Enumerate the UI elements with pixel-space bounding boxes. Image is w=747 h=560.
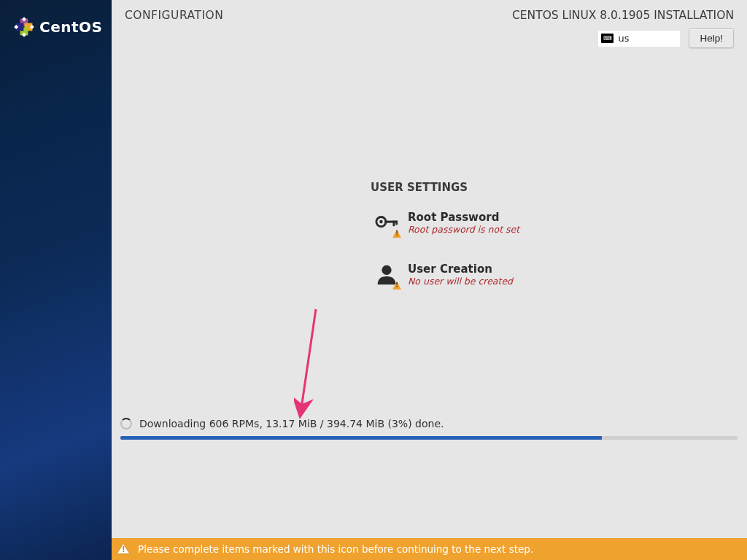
- page-title: CONFIGURATION: [125, 9, 223, 48]
- key-icon: [374, 211, 399, 236]
- spoke-user-title: User Creation: [408, 262, 513, 276]
- user-icon: [374, 262, 399, 287]
- centos-logo: CentOS: [13, 16, 102, 38]
- warning-bar: Please complete items marked with this i…: [112, 538, 747, 560]
- progress-bar-fill: [120, 436, 602, 440]
- svg-rect-8: [395, 221, 398, 225]
- svg-line-10: [301, 309, 316, 408]
- svg-point-9: [382, 265, 391, 275]
- spoke-user-text: User Creation No user will be created: [408, 262, 513, 287]
- keyboard-layout-indicator[interactable]: ⌨ us: [598, 31, 680, 47]
- help-button[interactable]: Help!: [689, 28, 734, 48]
- header: CONFIGURATION CENTOS LINUX 8.0.1905 INST…: [112, 0, 747, 48]
- section-heading-user-settings: USER SETTINGS: [371, 181, 468, 194]
- progress-area: Downloading 606 RPMs, 13.17 MiB / 394.74…: [120, 418, 738, 440]
- header-controls: ⌨ us Help!: [512, 28, 734, 48]
- svg-point-5: [379, 220, 383, 224]
- progress-row: Downloading 606 RPMs, 13.17 MiB / 394.74…: [120, 418, 738, 429]
- warning-bar-message: Please complete items marked with this i…: [138, 543, 533, 555]
- annotation-arrow: [294, 306, 338, 423]
- keyboard-icon: ⌨: [601, 34, 614, 43]
- spoke-root-text: Root Password Root password is not set: [408, 211, 519, 235]
- spoke-user-status: No user will be created: [408, 276, 513, 287]
- warning-icon: [117, 544, 129, 554]
- spoke-user-creation[interactable]: User Creation No user will be created: [374, 262, 513, 287]
- spoke-root-status: Root password is not set: [408, 224, 519, 235]
- centos-logo-icon: [13, 16, 35, 38]
- svg-rect-6: [384, 221, 397, 223]
- spinner-icon: [120, 418, 132, 429]
- keyboard-layout-label: us: [618, 33, 629, 44]
- warning-badge-icon: [392, 230, 401, 238]
- sidebar: CentOS: [0, 0, 112, 560]
- main-panel: CONFIGURATION CENTOS LINUX 8.0.1905 INST…: [112, 0, 747, 538]
- spoke-root-title: Root Password: [408, 211, 519, 224]
- centos-wordmark: CentOS: [39, 18, 102, 36]
- progress-bar: [120, 436, 738, 440]
- header-right: CENTOS LINUX 8.0.1905 INSTALLATION ⌨ us …: [512, 9, 734, 48]
- progress-message: Downloading 606 RPMs, 13.17 MiB / 394.74…: [139, 418, 444, 429]
- warning-badge-icon: [392, 281, 401, 289]
- installer-title: CENTOS LINUX 8.0.1905 INSTALLATION: [512, 9, 734, 22]
- svg-rect-7: [393, 221, 395, 227]
- spoke-root-password[interactable]: Root Password Root password is not set: [374, 211, 519, 236]
